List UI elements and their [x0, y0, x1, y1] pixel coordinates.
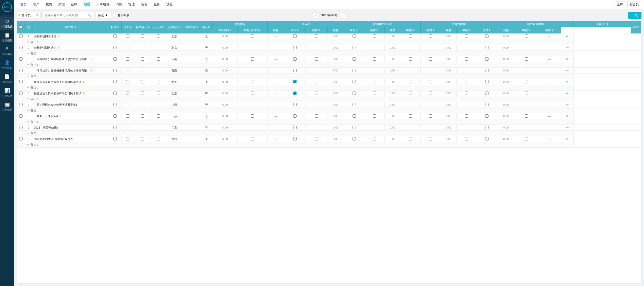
jy-jf-checkbox[interactable] — [429, 69, 432, 72]
qingka-checkbox[interactable] — [126, 46, 129, 49]
caibao-month-checkbox[interactable] — [251, 92, 254, 95]
jy-jf-checkbox[interactable] — [429, 80, 432, 83]
zzs-sb-checkbox[interactable] — [293, 114, 297, 118]
edit-icon[interactable]: ✏ — [566, 91, 569, 95]
cs-sb-checkbox[interactable] — [353, 92, 356, 95]
chaoshui-checkbox[interactable] — [113, 69, 117, 72]
nav-item-xiaoxi[interactable]: 消息 — [112, 0, 125, 9]
jy-jf-checkbox[interactable] — [429, 137, 432, 140]
cs-jf-checkbox[interactable] — [373, 103, 376, 106]
nav-item-home[interactable]: 首页 — [17, 0, 30, 9]
edit-icon[interactable]: ✏ — [566, 68, 569, 73]
download-button[interactable]: 下载 — [628, 12, 641, 19]
df-jf-checkbox[interactable] — [485, 103, 489, 106]
th-jy-sb[interactable]: 申报▼ — [400, 27, 421, 33]
chaoshui-checkbox[interactable] — [113, 46, 117, 49]
cs-jf-checkbox[interactable] — [373, 69, 376, 72]
kehu-confirm-checkbox[interactable] — [141, 103, 144, 106]
qingka-checkbox[interactable] — [126, 92, 129, 95]
qingka-checkbox[interactable] — [126, 80, 129, 83]
cs-sb-checkbox[interactable] — [353, 137, 356, 140]
yiwanshui-checkbox[interactable] — [157, 126, 160, 129]
th-yhs-jf[interactable]: 缴费▼ — [538, 27, 561, 33]
sidebar-item-baoshuishezhi[interactable]: ⚙ 报税设置 — [0, 16, 14, 30]
named-table-checkbox[interactable] — [113, 14, 116, 17]
th-yhs-sb[interactable]: 申报▼ — [515, 27, 538, 33]
edit-icon[interactable]: ✏ — [566, 57, 569, 61]
yiwanshui-checkbox[interactable] — [157, 92, 160, 95]
fullscreen-btn[interactable]: 全屏 — [615, 2, 625, 7]
nav-item-jingying[interactable]: 经营 — [138, 0, 150, 9]
sidebar-item-baoshuijilu[interactable]: 📄 报税记录 — [0, 72, 14, 86]
jy-sb-checkbox[interactable] — [409, 137, 412, 140]
chaoshui-checkbox[interactable] — [113, 34, 117, 38]
zzs-jf-checkbox[interactable] — [315, 114, 318, 118]
cs-jf-checkbox[interactable] — [373, 34, 376, 38]
kehu-confirm-checkbox[interactable] — [141, 80, 144, 83]
search-input[interactable] — [43, 12, 86, 19]
df-sb-checkbox[interactable] — [465, 126, 468, 129]
caibao-month-checkbox[interactable] — [251, 34, 254, 38]
qingka-checkbox[interactable] — [126, 69, 129, 72]
jy-jf-checkbox[interactable] — [429, 34, 432, 38]
row-select-checkbox[interactable] — [19, 103, 23, 106]
qingka-checkbox[interactable] — [126, 57, 129, 61]
edit-icon[interactable]: ✏ — [566, 137, 569, 141]
cs-jf-checkbox[interactable] — [373, 80, 376, 83]
row-select-checkbox[interactable] — [19, 114, 23, 118]
kehu-confirm-checkbox[interactable] — [141, 126, 144, 129]
yhs-sb-checkbox[interactable] — [525, 80, 528, 83]
zzs-jf-checkbox[interactable] — [315, 92, 318, 95]
row-select-checkbox[interactable] — [19, 46, 23, 49]
row-select-checkbox[interactable] — [19, 92, 23, 95]
qingka-checkbox[interactable] — [126, 137, 129, 140]
nav-item-fuwu[interactable]: 服务 — [150, 0, 163, 9]
kehu-confirm-checkbox[interactable] — [141, 69, 144, 72]
chaoshui-checkbox[interactable] — [113, 126, 117, 129]
zzs-jf-checkbox[interactable] — [315, 46, 318, 49]
df-sb-checkbox[interactable] — [465, 137, 468, 140]
caibao-month-checkbox[interactable] — [251, 57, 254, 61]
yhs-sb-checkbox[interactable] — [525, 46, 528, 49]
zzs-jf-checkbox[interactable] — [315, 69, 318, 72]
chaoshui-checkbox[interactable] — [113, 114, 117, 118]
nav-item-shezhi[interactable]: 设置 — [163, 0, 176, 9]
th-jy-jf[interactable]: 缴费▼ — [420, 27, 441, 33]
row-select-checkbox[interactable] — [19, 126, 23, 129]
zzs-sb-checkbox[interactable] — [293, 34, 297, 38]
df-jf-checkbox[interactable] — [485, 57, 489, 61]
edit-icon[interactable]: ✏ — [566, 80, 569, 84]
zzs-sb-checkbox[interactable] — [293, 46, 297, 49]
row-select-checkbox[interactable] — [19, 34, 23, 38]
jy-sb-checkbox[interactable] — [409, 57, 412, 61]
cs-sb-checkbox[interactable] — [353, 80, 356, 83]
yhs-sb-checkbox[interactable] — [525, 103, 528, 106]
df-jf-checkbox[interactable] — [485, 80, 489, 83]
jy-sb-checkbox[interactable] — [409, 46, 412, 49]
kehu-confirm-checkbox[interactable] — [141, 57, 144, 61]
yhs-sb-checkbox[interactable] — [525, 114, 528, 118]
chaoshui-checkbox[interactable] — [113, 92, 117, 95]
th-df-jf[interactable]: 缴费▼ — [477, 27, 497, 33]
zzs-jf-checkbox[interactable] — [315, 103, 318, 106]
zzs-jf-checkbox[interactable] — [315, 57, 318, 61]
edit-icon[interactable]: ✏ — [566, 103, 569, 107]
zzs-jf-checkbox[interactable] — [315, 137, 318, 140]
cs-jf-checkbox[interactable] — [373, 137, 376, 140]
th-df-sb[interactable]: 申报▼ — [457, 27, 477, 33]
row-select-checkbox[interactable] — [19, 69, 23, 72]
sidebar-item-gongshangnianbao[interactable]: 📰 工商年报 — [0, 100, 14, 114]
yiwanshui-checkbox[interactable] — [157, 34, 160, 38]
cs-sb-checkbox[interactable] — [353, 57, 356, 61]
th-region[interactable]: 所属地区▼ — [166, 21, 183, 33]
zzs-sb-checkbox[interactable] — [293, 137, 297, 140]
jy-sb-checkbox[interactable] — [409, 34, 412, 38]
df-sb-checkbox[interactable] — [465, 92, 468, 95]
df-sb-checkbox[interactable] — [465, 46, 468, 49]
staff-select[interactable]: 全部员工 ▼ — [17, 12, 41, 19]
th-zzs-sb[interactable]: 申报▼ — [284, 27, 306, 33]
nav-item-gongshangxiangmu[interactable]: 工商项目 — [93, 0, 112, 9]
sidebar-item-huisuanqingjiao[interactable]: 📊 汇算清缴 — [0, 86, 14, 100]
yiwanshui-checkbox[interactable] — [157, 137, 160, 140]
caibao-month-checkbox[interactable] — [251, 114, 254, 118]
